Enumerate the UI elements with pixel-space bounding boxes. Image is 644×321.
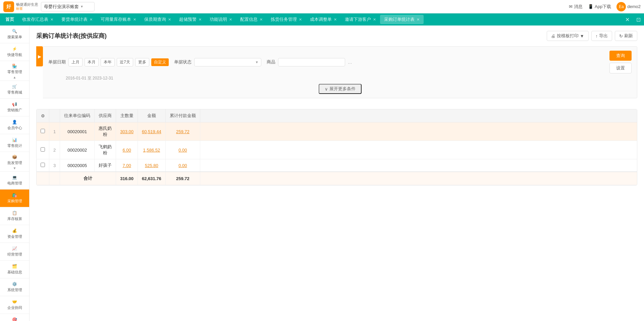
expand-icon: ∨ — [325, 87, 328, 92]
date-btn-last-month[interactable]: 上月 — [68, 58, 83, 66]
sidebar-item-retail-shop[interactable]: 🛒 零售商城 — [0, 81, 29, 99]
query-button[interactable]: 查询 — [609, 51, 632, 61]
date-btn-7days[interactable]: 近7天 — [117, 58, 133, 66]
content-area: 采购订单统计表(按供应商) 🖨 按模板打印 ▼ ↑ 导出 ↻ 刷新 — [30, 25, 644, 321]
tab-yaohuo[interactable]: 要货单统计表 ✕ — [57, 15, 97, 24]
sidebar-item-inventory[interactable]: 📋 库存核算 — [0, 207, 29, 225]
sidebar-item-retail-stats[interactable]: 📊 零售统计 — [0, 134, 29, 152]
table-header-row: ⚙ 往来单位编码 供应商 主数量 金额 累计付款金额 — [37, 109, 637, 122]
tf-empty2 — [49, 172, 60, 185]
td-supplier-code: 00020002 — [60, 141, 95, 159]
export-button[interactable]: ↑ 导出 — [591, 31, 612, 41]
sidebar-item-basic-info[interactable]: 🗂️ 基础信息 — [0, 261, 29, 278]
close-icon[interactable]: ✕ — [373, 17, 376, 22]
refresh-button[interactable]: ↻ 刷新 — [615, 31, 637, 41]
message-button[interactable]: ✉ 消息 — [569, 4, 583, 10]
close-icon[interactable]: ✕ — [260, 17, 263, 22]
goods-more-icon[interactable]: … — [348, 60, 352, 65]
filter-row-1: 单据日期 上月 本月 本年 近7天 更多 自定义 单据状态 — [48, 51, 632, 73]
sidebar-item-finance[interactable]: 💰 资金管理 — [0, 225, 29, 243]
tab-keyong[interactable]: 可用量库存账本 ✕ — [97, 15, 140, 24]
filter-container: ▶ 单据日期 上月 本月 本年 近7天 更多 自定义 — [36, 46, 637, 104]
tab-baozhiqi[interactable]: 保质期查询 ✕ — [140, 15, 175, 24]
td-amount: 1,586.52 — [138, 141, 166, 159]
status-select[interactable] — [194, 58, 261, 66]
close-icon[interactable]: ✕ — [50, 17, 53, 22]
settings-button[interactable]: 设置 — [609, 63, 632, 73]
close-icon[interactable]: ✕ — [168, 17, 171, 22]
tab-chengben[interactable]: 成本调整单 ✕ — [306, 15, 341, 24]
header-actions: 🖨 按模板打印 ▼ ↑ 导出 ↻ 刷新 — [547, 31, 637, 41]
sidebar-item-guide[interactable]: 🎯 新手引导 — [0, 314, 29, 321]
td-paid-amount: 0.00 — [165, 159, 200, 172]
sidebar-item-search[interactable]: 🔍 搜索菜单 — [0, 25, 29, 43]
sidebar-item-quick-nav[interactable]: ⚡ 快捷导航 — [0, 43, 29, 61]
tab-peizhi[interactable]: 配置信息 ✕ — [236, 15, 267, 24]
expand-more-button[interactable]: ∨ 展开更多条件 — [319, 84, 362, 94]
close-icon[interactable]: ✕ — [133, 17, 136, 22]
data-table: ⚙ 往来单位编码 供应商 主数量 金额 累计付款金额 — [37, 109, 637, 185]
main-layout: 🔍 搜索菜单 ⚡ 快捷导航 🏪 零售管理 ▲ 🛒 零售商城 📢 营销推广 👤 会… — [0, 25, 644, 321]
filter-goods-item: 商品 … — [267, 58, 352, 66]
filter-toggle-button[interactable]: ▶ — [36, 46, 43, 66]
td-extra — [200, 122, 637, 141]
member-icon: 👤 — [12, 120, 17, 124]
td-index: 1 — [49, 122, 60, 141]
sidebar-item-member[interactable]: 👤 会员中心 — [0, 116, 29, 134]
tab-chaochu[interactable]: 超储预警 ✕ — [175, 15, 206, 24]
td-checkbox[interactable] — [37, 141, 49, 159]
app-download-button[interactable]: 📱 App下载 — [588, 4, 611, 10]
th-supplier-name: 供应商 — [95, 109, 116, 122]
logo-area: 好 畅捷通好生意 标签 — [3, 1, 38, 12]
basic-info-icon: 🗂️ — [12, 264, 17, 269]
sidebar-item-retail-mgmt[interactable]: 🏪 零售管理 ▲ — [0, 61, 29, 81]
logo-text: 畅捷通好生意 标签 — [16, 2, 38, 11]
tab-gongneng[interactable]: 功能说明 ✕ — [206, 15, 236, 24]
logo-icon: 好 — [3, 1, 14, 12]
top-bar: 好 畅捷通好生意 标签 母婴行业演示账套 ▼ ✉ 消息 📱 App下载 Ea d… — [0, 0, 644, 13]
tab-home[interactable]: 首页 — [1, 15, 18, 24]
row-checkbox[interactable] — [41, 163, 45, 167]
close-icon[interactable]: ✕ — [229, 17, 232, 22]
nav-expand-button[interactable]: ⊡ — [634, 16, 643, 23]
date-btn-this-month[interactable]: 本月 — [85, 58, 99, 66]
page-header: 采购订单统计表(按供应商) 🖨 按模板打印 ▼ ↑ 导出 ↻ 刷新 — [36, 31, 637, 41]
tab-jianhuo[interactable]: 拣货任务管理 ✕ — [267, 15, 306, 24]
tab-caigou-active[interactable]: 采购订单统计表 ✕ — [380, 15, 424, 24]
user-avatar[interactable]: Ea demo2 — [616, 2, 641, 11]
filter-more: ∨ 展开更多条件 — [48, 84, 632, 94]
td-checkbox[interactable] — [37, 159, 49, 172]
close-icon[interactable]: ✕ — [299, 17, 302, 22]
date-btn-more[interactable]: 更多 — [135, 58, 149, 66]
sidebar-item-operations[interactable]: 📈 经营管理 — [0, 243, 29, 261]
row-checkbox[interactable] — [41, 129, 45, 133]
goods-input[interactable] — [278, 58, 345, 66]
td-extra — [200, 159, 637, 172]
tab-shoufacun[interactable]: 收发存汇总表 ✕ — [18, 15, 57, 24]
td-supplier-name: 飞鹤奶粉 — [95, 141, 116, 159]
close-icon[interactable]: ✕ — [199, 17, 202, 22]
template-print-button[interactable]: 🖨 按模板打印 ▼ — [547, 31, 589, 41]
ecommerce-icon: 💻 — [12, 175, 17, 180]
sidebar-item-enterprise[interactable]: 🤝 企业协同 — [0, 296, 29, 314]
close-icon[interactable]: ✕ — [417, 17, 420, 22]
nav-tabs: 首页 收发存汇总表 ✕ 要货单统计表 ✕ 可用量库存账本 ✕ 保质期查询 ✕ 超… — [0, 13, 644, 25]
close-icon[interactable]: ✕ — [90, 17, 93, 22]
sidebar-item-purchase[interactable]: 🛍️ 采购管理 — [0, 190, 29, 207]
date-btn-this-year[interactable]: 本年 — [101, 58, 115, 66]
filter-status-item: 单据状态 ▼ — [174, 58, 261, 66]
sidebar-item-system[interactable]: ⚙️ 系统管理 — [0, 278, 29, 296]
row-checkbox[interactable] — [41, 147, 45, 152]
workspace-selector[interactable]: 母婴行业演示账套 ▼ — [41, 2, 95, 11]
sidebar-item-wholesale[interactable]: 📦 批发管理 ▼ — [0, 152, 29, 172]
td-checkbox[interactable] — [37, 122, 49, 141]
th-settings[interactable]: ⚙ — [37, 109, 49, 122]
sidebar-item-ecommerce[interactable]: 💻 电商管理 — [0, 172, 29, 190]
nav-close-button[interactable]: ✕ — [623, 16, 632, 23]
close-icon[interactable]: ✕ — [334, 17, 337, 22]
tf-empty1 — [37, 172, 49, 185]
date-options: 上月 本月 本年 近7天 更多 自定义 — [68, 58, 169, 66]
tab-yaoqing[interactable]: 邀请下游客户 ✕ — [341, 15, 380, 24]
date-range-display: 2016-01-01 至 2023-12-31 — [66, 75, 632, 81]
sidebar-item-marketing[interactable]: 📢 营销推广 — [0, 99, 29, 116]
